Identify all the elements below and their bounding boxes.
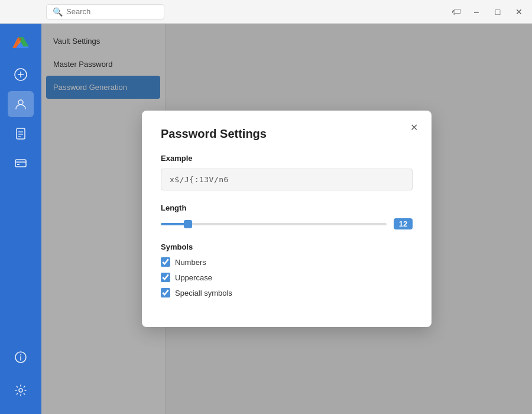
minimize-button[interactable]: – bbox=[468, 4, 485, 20]
length-badge: 12 bbox=[394, 218, 413, 229]
sidebar-item-settings[interactable] bbox=[8, 377, 34, 403]
slider-container[interactable] bbox=[161, 219, 387, 229]
search-input[interactable] bbox=[66, 7, 149, 16]
sidebar-item-document[interactable] bbox=[8, 121, 34, 147]
tag-icon: 🏷 bbox=[452, 7, 461, 17]
modal-overlay: ✕ Password Settings Example x$/J{:13V/n6… bbox=[41, 24, 532, 414]
special-symbols-checkbox-row[interactable]: Speciall symbols bbox=[161, 288, 413, 297]
maximize-button[interactable]: □ bbox=[489, 4, 506, 20]
title-bar: 🔍 🏷 – □ ✕ bbox=[0, 0, 532, 24]
svg-rect-4 bbox=[17, 128, 25, 139]
svg-point-3 bbox=[18, 100, 23, 105]
search-icon: 🔍 bbox=[53, 7, 63, 17]
uppercase-checkbox[interactable] bbox=[161, 273, 170, 282]
slider-track bbox=[161, 223, 387, 225]
uppercase-checkbox-row[interactable]: Uppercase bbox=[161, 273, 413, 282]
symbols-section: Symbols Numbers Uppercase Speciall symbo… bbox=[161, 242, 413, 297]
password-settings-modal: ✕ Password Settings Example x$/J{:13V/n6… bbox=[142, 111, 432, 327]
main-area: Vault Settings Master Password Password … bbox=[0, 24, 532, 414]
numbers-label: Numbers bbox=[175, 258, 206, 267]
window-close-button[interactable]: ✕ bbox=[511, 4, 527, 20]
modal-close-button[interactable]: ✕ bbox=[406, 119, 422, 135]
svg-point-14 bbox=[19, 389, 22, 392]
content-pane: Vault Settings Master Password Password … bbox=[41, 24, 532, 414]
special-symbols-label: Speciall symbols bbox=[175, 289, 232, 297]
uppercase-label: Uppercase bbox=[175, 273, 212, 282]
symbols-label: Symbols bbox=[161, 242, 413, 251]
sidebar-item-add[interactable] bbox=[8, 62, 34, 88]
length-row: 12 bbox=[161, 218, 413, 229]
sidebar-item-card[interactable] bbox=[8, 150, 34, 176]
svg-rect-8 bbox=[15, 160, 26, 167]
title-bar-actions: – □ ✕ bbox=[468, 4, 527, 20]
sidebar-item-user[interactable] bbox=[8, 91, 34, 117]
search-bar[interactable]: 🔍 bbox=[46, 4, 164, 20]
sidebar bbox=[0, 24, 41, 414]
numbers-checkbox[interactable] bbox=[161, 257, 170, 267]
title-bar-left: 🔍 🏷 bbox=[0, 4, 468, 20]
app-logo bbox=[8, 30, 34, 56]
svg-point-13 bbox=[20, 354, 21, 355]
example-label: Example bbox=[161, 154, 413, 163]
sidebar-bottom bbox=[8, 344, 34, 414]
slider-thumb[interactable] bbox=[184, 220, 192, 228]
special-symbols-checkbox[interactable] bbox=[161, 288, 170, 297]
svg-rect-10 bbox=[17, 164, 20, 165]
length-label: Length bbox=[161, 203, 413, 212]
example-value: x$/J{:13V/n6 bbox=[161, 169, 413, 190]
sidebar-item-info[interactable] bbox=[8, 344, 34, 370]
length-section: Length 12 bbox=[161, 203, 413, 229]
numbers-checkbox-row[interactable]: Numbers bbox=[161, 257, 413, 267]
modal-title: Password Settings bbox=[161, 127, 413, 141]
